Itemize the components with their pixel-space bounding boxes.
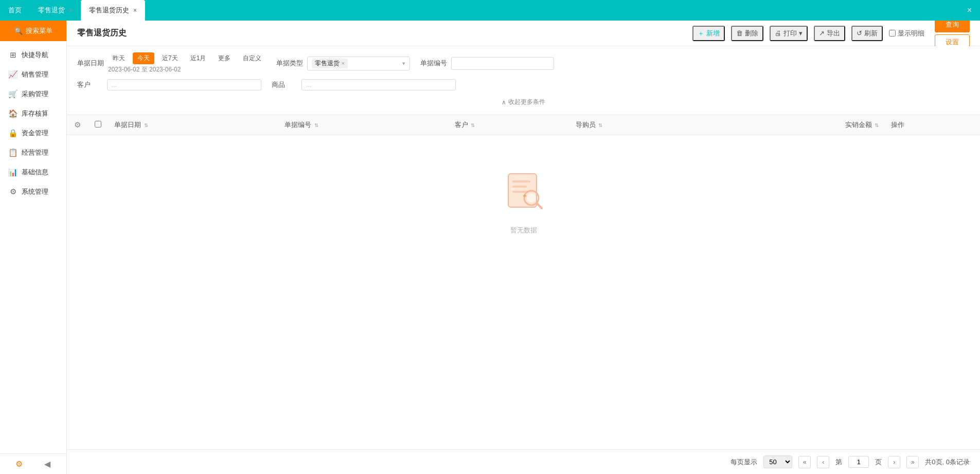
page-label-before: 第 [835,458,842,467]
sidebar-item-capital[interactable]: 🔒 资金管理 [0,123,66,143]
empty-state: ✦ 暂无数据 [67,135,980,266]
next-page-btn[interactable]: › [888,456,900,468]
tab-retail-return[interactable]: 零售退货 × [30,0,81,21]
add-label: 新增 [706,29,720,38]
sidebar-item-basic-info[interactable]: 📊 基础信息 [0,162,66,182]
page-actions: ＋ 新增 🗑 删除 🖨 打印 ▾ ↗ 导出 ↺ 刷新 [692,21,970,50]
sidebar-item-operations-label: 经营管理 [22,148,48,157]
tab-retail-return-history-label: 零售退货历史 [89,6,129,15]
th-doc-no-label: 单据编号 [284,121,311,129]
last-page-icon: » [911,459,915,466]
sidebar-item-purchase[interactable]: 🛒 采购管理 [0,84,66,104]
delete-button[interactable]: 🗑 删除 [731,26,763,41]
sidebar-search[interactable]: 🔍 搜索菜单 [0,21,66,41]
date-filter-wrap: 昨天 今天 近7天 近1月 更多 自定义 2023-06-02 至 2023-0… [108,52,266,74]
tab-home-label: 首页 [8,6,22,15]
collapse-label: 收起更多条件 [508,98,545,106]
sales-icon: 📈 [8,70,17,79]
display-detail-label: 显示明细 [898,29,924,38]
date-btn-custom[interactable]: 自定义 [238,52,266,64]
refresh-label: 刷新 [864,29,878,38]
refresh-icon: ↺ [857,29,862,37]
system-icon: ⚙ [8,187,17,196]
svg-rect-1 [512,180,530,183]
doc-type-label: 单据类型 [276,59,303,68]
sidebar-item-system[interactable]: ⚙ 系统管理 [0,182,66,202]
th-checkbox [87,115,108,135]
basic-info-icon: 📊 [8,168,17,177]
goods-select[interactable]: ... [301,79,456,90]
th-actual-amount-sort-icon: ⇅ [875,122,879,128]
th-actual-amount: 实销金额 ⇅ [715,115,885,135]
display-detail-input[interactable] [889,30,896,37]
th-customer-label: 客户 [455,121,468,129]
sidebar-settings-btn[interactable]: ⚙ [12,457,26,471]
sidebar-item-purchase-label: 采购管理 [22,89,48,99]
export-icon: ↗ [819,29,825,37]
customer-select[interactable]: ... [107,79,261,90]
date-btn-yesterday[interactable]: 昨天 [108,52,130,64]
sidebar-item-sales[interactable]: 📈 销售管理 [0,65,66,84]
doc-no-label: 单据编号 [420,59,447,68]
add-button[interactable]: ＋ 新增 [692,26,725,41]
last-page-btn[interactable]: » [906,456,919,468]
filter-doc-type: 单据类型 零售退货 × ▾ [276,57,410,70]
customer-placeholder: ... [112,81,117,88]
filter-row-2: 客户 ... 商品 ... [77,79,970,90]
print-arrow-icon: ▾ [799,29,803,37]
doc-type-tag-close[interactable]: × [341,60,344,66]
prev-page-icon: ‹ [822,459,824,466]
sidebar-item-quick-nav-label: 快捷导航 [22,50,48,60]
next-page-icon: › [893,459,895,466]
tab-retail-return-close[interactable]: × [69,7,73,14]
doc-type-arrow-icon: ▾ [402,60,405,67]
quick-nav-icon: ⊞ [8,50,17,60]
top-bar-close[interactable]: × [967,6,980,15]
date-btn-today[interactable]: 今天 [133,52,154,64]
th-settings: ⚙ [67,115,87,135]
refresh-button[interactable]: ↺ 刷新 [851,26,883,41]
doc-type-tag: 零售退货 × [312,59,347,68]
display-detail-checkbox[interactable]: 显示明细 [889,29,924,38]
page-size-select[interactable]: 10 20 50 100 [763,455,792,468]
sidebar-nav: ⊞ 快捷导航 📈 销售管理 🛒 采购管理 🏠 库存核算 🔒 资金管理 📋 [0,41,66,453]
doc-type-tag-value: 零售退货 [315,59,340,68]
goods-placeholder: ... [306,81,311,88]
total-info: 共0页, 0条记录 [925,458,970,467]
collapse-button[interactable]: ∧ 收起更多条件 [495,96,551,108]
first-page-btn[interactable]: « [798,456,811,468]
th-doc-no: 单据编号 ⇅ [278,115,449,135]
capital-icon: 🔒 [8,129,17,138]
doc-no-input[interactable] [451,57,554,70]
column-settings-icon[interactable]: ⚙ [74,120,81,129]
sidebar-item-quick-nav[interactable]: ⊞ 快捷导航 [0,45,66,65]
content-area: 零售退货历史 ＋ 新增 🗑 删除 🖨 打印 ▾ ↗ 导出 [67,21,980,474]
filter-row-1: 单据日期 昨天 今天 近7天 近1月 更多 自定义 2023-06-02 至 2… [77,52,970,74]
sidebar-collapse-btn[interactable]: ◀ [40,457,55,471]
print-button[interactable]: 🖨 打印 ▾ [770,26,808,41]
doc-type-select[interactable]: 零售退货 × ▾ [307,57,410,70]
select-all-checkbox[interactable] [95,121,101,127]
export-label: 导出 [827,29,840,38]
prev-page-btn[interactable]: ‹ [817,456,829,468]
tab-retail-return-history[interactable]: 零售退货历史 × [81,0,145,21]
filter-doc-no: 单据编号 [420,57,554,70]
date-btn-last7[interactable]: 近7天 [157,52,183,64]
page-input[interactable] [848,456,869,468]
date-btn-more[interactable]: 更多 [213,52,235,64]
query-button[interactable]: 查询 [935,21,970,32]
sidebar-item-sales-label: 销售管理 [22,70,48,79]
th-guide: 导购员 ⇅ [569,115,715,135]
sidebar-item-inventory[interactable]: 🏠 库存核算 [0,104,66,123]
filter-area: 单据日期 昨天 今天 近7天 近1月 更多 自定义 2023-06-02 至 2… [67,46,980,115]
export-button[interactable]: ↗ 导出 [814,26,845,41]
date-btn-last1month[interactable]: 近1月 [186,52,211,64]
sidebar-item-inventory-label: 库存核算 [22,109,48,118]
th-customer: 客户 ⇅ [449,115,569,135]
tab-retail-return-history-close[interactable]: × [133,7,137,14]
tab-home[interactable]: 首页 [0,0,30,21]
table-header: ⚙ 单据日期 ⇅ 单据编号 ⇅ [67,115,980,135]
add-icon: ＋ [698,29,704,38]
sidebar-item-operations[interactable]: 📋 经营管理 [0,143,66,162]
page-title: 零售退货历史 [77,28,127,39]
